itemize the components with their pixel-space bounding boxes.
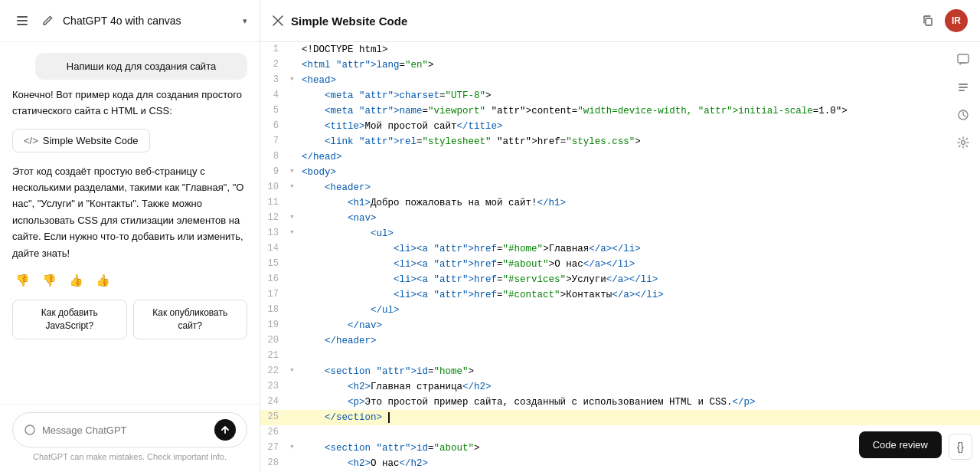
- line-code: <li><a "attr">href="#home">Главная</a></…: [302, 241, 980, 257]
- code-line: 12▾ <nav>: [260, 211, 980, 226]
- code-line: 3▾<head>: [260, 73, 980, 88]
- sidebar-footer: ChatGPT can make mistakes. Check importa…: [0, 404, 260, 472]
- line-number: 25: [266, 410, 289, 424]
- line-number: 1: [266, 42, 289, 57]
- code-line: 18 </ul>: [260, 303, 980, 318]
- fold-toggle[interactable]: ▾: [289, 364, 302, 378]
- line-number: 2: [266, 57, 289, 72]
- chat-panel-button[interactable]: [951, 48, 975, 72]
- line-number: 26: [266, 425, 289, 440]
- thumbs-up-alt-button[interactable]: 👍: [93, 272, 113, 289]
- user-message: Напиши код для создания сайта: [35, 53, 247, 80]
- line-code: <h1>Добро пожаловать на мой сайт!</h1>: [302, 195, 980, 211]
- sidebar: ChatGPT 4o with canvas ▾ Напиши код для …: [0, 0, 260, 472]
- line-code: <h2>О нас</h2>: [302, 456, 980, 471]
- history-button[interactable]: [951, 103, 975, 127]
- line-code: <h2>Главная страница</h2>: [302, 379, 980, 395]
- svg-point-10: [962, 141, 965, 145]
- line-code: <link "attr">rel="stylesheet" "attr">hre…: [302, 134, 980, 149]
- avatar-button[interactable]: IR: [945, 9, 968, 32]
- line-number: 9: [266, 165, 289, 179]
- code-panel-title: Simple Website Code: [291, 15, 911, 28]
- fold-toggle[interactable]: ▾: [289, 226, 302, 240]
- chevron-down-icon: ▾: [243, 16, 247, 26]
- line-number: 13: [266, 226, 289, 241]
- fold-toggle[interactable]: ▾: [289, 165, 302, 179]
- assistant-intro: Конечно! Вот пример кода для создания пр…: [12, 87, 247, 120]
- close-button[interactable]: [273, 15, 283, 26]
- line-code: <li><a "attr">href="#contact">Контакты</…: [302, 287, 980, 303]
- feedback-row: 👎 👎 👍 👍: [12, 272, 247, 289]
- fold-toggle[interactable]: ▾: [289, 180, 302, 194]
- code-area[interactable]: 1<!DOCTYPE html>2<html "attr">lang="en">…: [260, 42, 980, 472]
- code-line: 17 <li><a "attr">href="#contact">Контакт…: [260, 287, 980, 303]
- svg-rect-0: [17, 16, 28, 18]
- svg-rect-8: [959, 90, 965, 91]
- line-number: 11: [266, 195, 289, 210]
- line-code: [302, 349, 980, 364]
- canvas-link-button[interactable]: </> Simple Website Code: [12, 129, 150, 152]
- fold-toggle[interactable]: ▾: [289, 73, 302, 87]
- line-number: 24: [266, 395, 289, 409]
- line-code: <section "attr">id="home">: [302, 364, 980, 379]
- line-number: 28: [266, 456, 289, 470]
- line-number: 15: [266, 257, 289, 271]
- thumbs-up-button[interactable]: 👍: [66, 272, 87, 289]
- canvas-link-label: Simple Website Code: [43, 135, 139, 146]
- line-number: 14: [266, 241, 289, 256]
- line-number: 6: [266, 119, 289, 133]
- line-code: <!DOCTYPE html>: [302, 42, 980, 57]
- line-code: </ul>: [302, 303, 980, 318]
- suggestion-row: Как добавить JavaScript? Как опубликоват…: [12, 300, 247, 339]
- code-line: 5 <meta "attr">name="viewport" "attr">co…: [260, 103, 980, 119]
- disclaimer: ChatGPT can make mistakes. Check importa…: [12, 452, 247, 461]
- line-code: <nav>: [302, 211, 980, 226]
- line-number: 5: [266, 103, 289, 118]
- fold-toggle[interactable]: ▾: [289, 441, 302, 454]
- code-line: 9▾<body>: [260, 165, 980, 180]
- thumbs-down-alt-button[interactable]: 👎: [39, 272, 60, 289]
- suggestion-javascript-button[interactable]: Как добавить JavaScript?: [12, 300, 127, 339]
- code-line: 14 <li><a "attr">href="#home">Главная</a…: [260, 241, 980, 257]
- code-review-button[interactable]: Code review: [859, 431, 942, 458]
- code-line: 13▾ <ul>: [260, 226, 980, 241]
- send-button[interactable]: [214, 419, 236, 441]
- line-number: 17: [266, 287, 289, 302]
- code-line: 15 <li><a "attr">href="#about">О нас</a>…: [260, 257, 980, 272]
- line-number: 23: [266, 379, 289, 394]
- thumbs-down-button[interactable]: 👎: [12, 272, 33, 289]
- code-line: 24 <p>Это простой пример сайта, созданны…: [260, 395, 980, 410]
- line-code: <header>: [302, 180, 980, 195]
- assistant-body: Этот код создаёт простую веб-страницу с …: [12, 163, 247, 262]
- copy-button[interactable]: [919, 11, 937, 30]
- settings-button[interactable]: [951, 130, 975, 155]
- attach-button[interactable]: [24, 424, 36, 436]
- list-panel-button[interactable]: [951, 75, 975, 100]
- code-line: 21: [260, 349, 980, 364]
- code-line: 19 </nav>: [260, 318, 980, 333]
- edit-button[interactable]: [38, 11, 57, 30]
- code-line: 7 <link "attr">rel="stylesheet" "attr">h…: [260, 134, 980, 149]
- sidebar-header: ChatGPT 4o with canvas ▾: [0, 0, 260, 42]
- code-line: 25 </section>: [260, 410, 980, 425]
- line-number: 8: [266, 149, 289, 164]
- code-line: 20 </header>: [260, 333, 980, 349]
- message-input[interactable]: [42, 424, 208, 436]
- fold-toggle[interactable]: ▾: [289, 211, 302, 225]
- line-number: 20: [266, 333, 289, 348]
- line-number: 16: [266, 272, 289, 287]
- code-line: 2<html "attr">lang="en">: [260, 57, 980, 73]
- sidebar-toggle-button[interactable]: [12, 11, 32, 31]
- code-line: 11 <h1>Добро пожаловать на мой сайт!</h1…: [260, 195, 980, 211]
- line-number: 27: [266, 441, 289, 455]
- line-number: 21: [266, 349, 289, 363]
- sidebar-title: ChatGPT 4o with canvas: [63, 15, 235, 27]
- line-code: <head>: [302, 73, 980, 88]
- brackets-button[interactable]: {}: [949, 434, 972, 460]
- line-code: <meta "attr">name="viewport" "attr">cont…: [302, 103, 980, 119]
- line-number: 4: [266, 88, 289, 103]
- line-code: </header>: [302, 333, 980, 349]
- line-number: 19: [266, 318, 289, 333]
- line-code: <li><a "attr">href="#services">Услуги</a…: [302, 272, 980, 287]
- suggestion-publish-button[interactable]: Как опубликовать сайт?: [133, 300, 248, 339]
